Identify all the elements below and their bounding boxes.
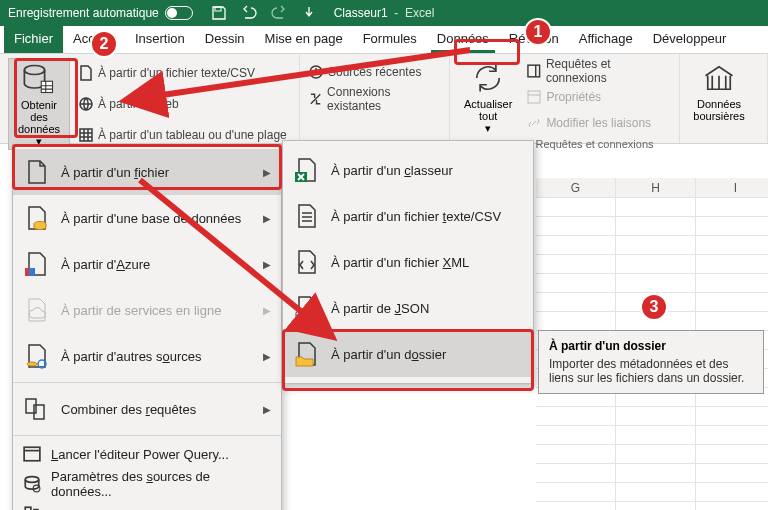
tooltip-body: Importer des métadonnées et des liens su… (549, 357, 753, 385)
svg-rect-15 (24, 447, 40, 461)
menu-from-json[interactable]: JSON À partir de JSON (283, 285, 533, 331)
recent-icon (308, 64, 324, 80)
tab-developer[interactable]: Développeur (643, 25, 737, 53)
edit-links-button: Modifier les liaisons (526, 113, 671, 133)
menu-separator (13, 382, 281, 383)
menu-from-xml[interactable]: À partir d'un fichier XML (283, 239, 533, 285)
file-generic-icon (23, 158, 51, 186)
excel-file-icon (293, 156, 321, 184)
col-header[interactable]: G (536, 178, 616, 198)
get-data-label: Obtenir des données (11, 99, 67, 135)
tab-page-layout[interactable]: Mise en page (255, 25, 353, 53)
group-label-queries: Requêtes et connexions (518, 136, 671, 150)
database-icon (21, 61, 57, 97)
globe-icon (78, 96, 94, 112)
save-icon[interactable] (211, 5, 227, 21)
tooltip-title: À partir d'un dossier (549, 339, 753, 353)
menu-launch-power-query[interactable]: Lancer l'éditeur Power Query... (13, 439, 281, 469)
svg-rect-6 (528, 65, 540, 77)
other-sources-icon (23, 342, 51, 370)
xml-file-icon (293, 248, 321, 276)
undo-icon[interactable] (241, 5, 257, 21)
svg-point-16 (25, 477, 39, 483)
svg-rect-7 (528, 91, 540, 103)
json-file-icon: JSON (293, 294, 321, 322)
menu-from-file[interactable]: À partir d'un fichier ▶ (13, 149, 281, 195)
menu-from-text-csv[interactable]: À partir d'un fichier texte/CSV (283, 193, 533, 239)
titlebar: Enregistrement automatique Classeur1 - E… (0, 0, 768, 26)
combine-icon (23, 395, 51, 423)
tab-draw[interactable]: Dessin (195, 25, 255, 53)
pq-editor-icon (23, 445, 41, 463)
svg-rect-4 (80, 129, 92, 141)
svg-rect-10 (25, 268, 29, 276)
chevron-right-icon: ▶ (263, 305, 271, 316)
ribbon: Obtenir des données ▾ À partir d'un fich… (0, 54, 768, 144)
database-icon (23, 204, 51, 232)
folder-file-icon (293, 340, 321, 368)
tab-file[interactable]: Fichier (4, 25, 63, 53)
svg-rect-2 (41, 81, 52, 92)
menu-from-folder[interactable]: À partir d'un dossier (283, 331, 533, 377)
toggle-icon (165, 6, 193, 20)
menu-separator (13, 435, 281, 436)
chevron-right-icon: ▶ (263, 259, 271, 270)
get-data-button[interactable]: Obtenir des données ▾ (8, 58, 70, 150)
refresh-icon (470, 60, 506, 96)
table-icon (78, 127, 94, 143)
link-icon (526, 115, 542, 131)
from-table-range-button[interactable]: À partir d'un tableau ou d'une plage (78, 125, 287, 145)
bank-icon (701, 60, 737, 96)
options-icon (23, 505, 41, 510)
csv-file-icon (293, 202, 321, 230)
touch-mode-icon[interactable] (301, 5, 317, 21)
chevron-down-icon: ▾ (485, 122, 491, 134)
cloud-icon (23, 296, 51, 324)
svg-point-11 (27, 362, 37, 366)
properties-button: Propriétés (526, 87, 671, 107)
queries-connections-button[interactable]: Requêtes et connexions (526, 61, 671, 81)
azure-icon (23, 250, 51, 278)
existing-connections-button[interactable]: Connexions existantes (308, 89, 441, 109)
annotation-badge-1: 1 (524, 18, 552, 46)
autosave-toggle[interactable]: Enregistrement automatique (8, 6, 193, 20)
from-text-csv-button[interactable]: À partir d'un fichier texte/CSV (78, 63, 287, 83)
menu-from-azure[interactable]: À partir d'Azure ▶ (13, 241, 281, 287)
recent-sources-button[interactable]: Sources récentes (308, 62, 441, 82)
pane-icon (526, 63, 542, 79)
annotation-badge-2: 2 (90, 30, 118, 58)
chevron-right-icon: ▶ (263, 351, 271, 362)
from-web-button[interactable]: À partir du web (78, 94, 287, 114)
menu-from-workbook[interactable]: À partir d'un classeur (283, 147, 533, 193)
menu-query-options[interactable]: Options de requête (13, 499, 281, 510)
get-data-menu: À partir d'un fichier ▶ À partir d'une b… (12, 144, 282, 510)
chevron-right-icon: ▶ (263, 213, 271, 224)
annotation-badge-3: 3 (640, 293, 668, 321)
svg-text:JSON: JSON (297, 314, 313, 320)
menu-data-source-settings[interactable]: Paramètres des sources de données... (13, 469, 281, 499)
chevron-right-icon: ▶ (263, 167, 271, 178)
window-title: Classeur1 - Excel (334, 6, 435, 20)
svg-point-1 (24, 66, 44, 75)
tooltip-from-folder: À partir d'un dossier Importer des métad… (538, 330, 764, 394)
tab-formulas[interactable]: Formules (353, 25, 427, 53)
menu-from-database[interactable]: À partir d'une base de données ▶ (13, 195, 281, 241)
col-header[interactable]: I (696, 178, 768, 198)
datasource-settings-icon (23, 475, 41, 493)
menu-from-online-services: À partir de services en ligne ▶ (13, 287, 281, 333)
menu-combine-queries[interactable]: Combiner des requêtes ▶ (13, 386, 281, 432)
file-icon (78, 65, 94, 81)
tab-view[interactable]: Affichage (569, 25, 643, 53)
tab-insert[interactable]: Insertion (125, 25, 195, 53)
properties-icon (526, 89, 542, 105)
tab-data[interactable]: Données (427, 25, 499, 53)
autosave-label: Enregistrement automatique (8, 6, 159, 20)
connection-icon (308, 91, 323, 107)
refresh-all-button[interactable]: Actualiser tout▾ (458, 58, 518, 136)
redo-icon[interactable] (271, 5, 287, 21)
col-header[interactable]: H (616, 178, 696, 198)
menu-from-other-sources[interactable]: À partir d'autres sources ▶ (13, 333, 281, 379)
from-file-submenu: À partir d'un classeur À partir d'un fic… (282, 140, 534, 384)
chevron-right-icon: ▶ (263, 404, 271, 415)
data-type-stocks-button[interactable]: Données boursières (688, 58, 750, 141)
